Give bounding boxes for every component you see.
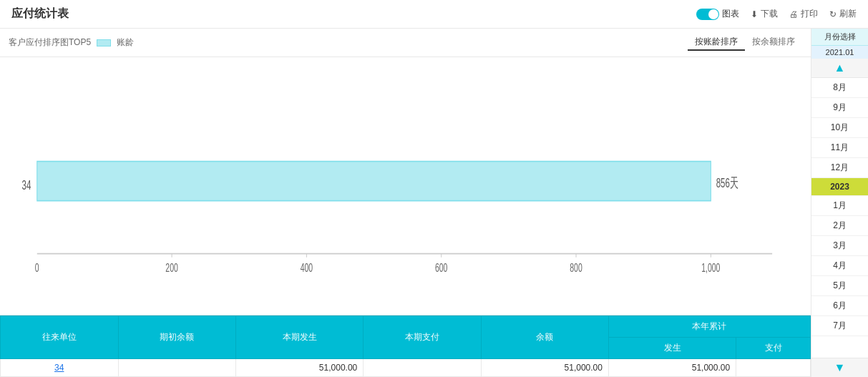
sidebar-month-item[interactable]: 1月 xyxy=(811,196,868,216)
svg-text:34: 34 xyxy=(22,177,31,192)
download-button[interactable]: ⬇ 下载 xyxy=(751,8,778,20)
svg-text:856天: 856天 xyxy=(716,175,738,190)
sidebar-header: 月份选择 xyxy=(811,29,868,46)
refresh-label: 刷新 xyxy=(839,8,857,20)
sidebar-up-button[interactable]: ▲ xyxy=(811,59,868,77)
unit-link[interactable]: 34 xyxy=(54,363,64,373)
sidebar-month-item[interactable]: 7月 xyxy=(811,316,868,336)
svg-text:0: 0 xyxy=(35,261,39,275)
header: 应付统计表 图表 ⬇ 下载 🖨 打印 ↻ 刷新 xyxy=(0,0,868,29)
cell-unit: 34 xyxy=(1,359,119,377)
svg-text:800: 800 xyxy=(570,261,582,275)
header-actions: 图表 ⬇ 下载 🖨 打印 ↻ 刷新 xyxy=(696,8,857,20)
sidebar-year-input[interactable] xyxy=(811,46,868,59)
sidebar-month-item[interactable]: 8月 xyxy=(811,78,868,98)
download-icon: ⬇ xyxy=(751,9,758,19)
svg-text:600: 600 xyxy=(435,261,448,275)
sidebar-month-item[interactable]: 5月 xyxy=(811,276,868,296)
svg-rect-1 xyxy=(37,162,711,201)
chart-toggle-switch[interactable] xyxy=(696,9,719,20)
download-label: 下载 xyxy=(761,8,778,20)
sidebar-month-item[interactable]: 4月 xyxy=(811,256,868,276)
chart-legend: 客户应付排序图TOP5 账龄 xyxy=(9,36,134,49)
th-opening: 期初余额 xyxy=(118,316,236,359)
sort-tab-balance[interactable]: 按余额排序 xyxy=(745,34,802,51)
refresh-icon: ↻ xyxy=(829,9,837,19)
print-label: 打印 xyxy=(801,8,818,20)
cell-opening xyxy=(118,359,236,377)
svg-text:1,000: 1,000 xyxy=(701,261,720,275)
th-occur: 本期发生 xyxy=(236,316,364,359)
chart-area: 34 856天 0 200 400 600 800 1,000 xyxy=(0,57,811,315)
th-ytd-occur: 发生 xyxy=(608,338,736,359)
print-icon: 🖨 xyxy=(789,9,798,19)
sidebar-month-item[interactable]: 3月 xyxy=(811,236,868,256)
sidebar-month-item[interactable]: 12月 xyxy=(811,158,868,178)
sidebar-month-item[interactable]: 11月 xyxy=(811,138,868,158)
sort-tab-age[interactable]: 按账龄排序 xyxy=(688,34,745,51)
cell-pay xyxy=(364,359,482,377)
sidebar-month-item[interactable]: 2月 xyxy=(811,216,868,236)
print-button[interactable]: 🖨 打印 xyxy=(789,8,818,20)
sidebar: 月份选择 ▲ 8月9月10月11月12月20231月2月3月4月5月6月7月 ▼ xyxy=(811,29,868,377)
sidebar-scroll: 8月9月10月11月12月20231月2月3月4月5月6月7月 xyxy=(811,78,868,358)
legend-label: 客户应付排序图TOP5 xyxy=(9,36,91,49)
svg-text:400: 400 xyxy=(301,261,313,275)
table-row: 34 51,000.00 51,000.00 51,000.00 xyxy=(1,359,811,377)
sidebar-month-item[interactable]: 10月 xyxy=(811,118,868,138)
main-content: 客户应付排序图TOP5 账龄 按账龄排序 按余额排序 34 856天 xyxy=(0,29,868,377)
cell-ytd-occur: 51,000.00 xyxy=(608,359,736,377)
data-table: 往来单位 期初余额 本期发生 本期支付 余额 本年累计 发生 支付 xyxy=(0,315,811,377)
refresh-button[interactable]: ↻ 刷新 xyxy=(829,8,857,20)
chart-toggle-label: 图表 xyxy=(722,8,739,20)
chart-sort-tabs: 按账龄排序 按余额排序 xyxy=(688,34,802,51)
sidebar-month-item[interactable]: 9月 xyxy=(811,98,868,118)
svg-text:200: 200 xyxy=(165,261,178,275)
legend-item-label: 账龄 xyxy=(117,36,134,49)
cell-occur: 51,000.00 xyxy=(236,359,364,377)
cell-balance: 51,000.00 xyxy=(481,359,608,377)
th-ytd: 本年累计 xyxy=(608,316,810,338)
th-ytd-pay: 支付 xyxy=(736,338,811,359)
table-section: 往来单位 期初余额 本期发生 本期支付 余额 本年累计 发生 支付 xyxy=(0,315,811,377)
chart-section: 客户应付排序图TOP5 账龄 按账龄排序 按余额排序 34 856天 xyxy=(0,29,811,377)
cell-ytd-pay xyxy=(736,359,811,377)
sidebar-down-button[interactable]: ▼ xyxy=(811,358,868,377)
th-unit: 往来单位 xyxy=(1,316,119,359)
chart-header: 客户应付排序图TOP5 账龄 按账龄排序 按余额排序 xyxy=(0,29,811,57)
legend-color-box xyxy=(97,39,111,46)
page-title: 应付统计表 xyxy=(11,6,69,21)
th-balance: 余额 xyxy=(481,316,608,359)
sidebar-month-item[interactable]: 6月 xyxy=(811,296,868,316)
chart-toggle-group[interactable]: 图表 xyxy=(696,8,739,20)
app-container: 应付统计表 图表 ⬇ 下载 🖨 打印 ↻ 刷新 xyxy=(0,0,868,377)
sidebar-month-item[interactable]: 2023 xyxy=(811,178,868,196)
chart-svg: 34 856天 0 200 400 600 800 1,000 xyxy=(9,63,802,309)
th-pay: 本期支付 xyxy=(364,316,482,359)
